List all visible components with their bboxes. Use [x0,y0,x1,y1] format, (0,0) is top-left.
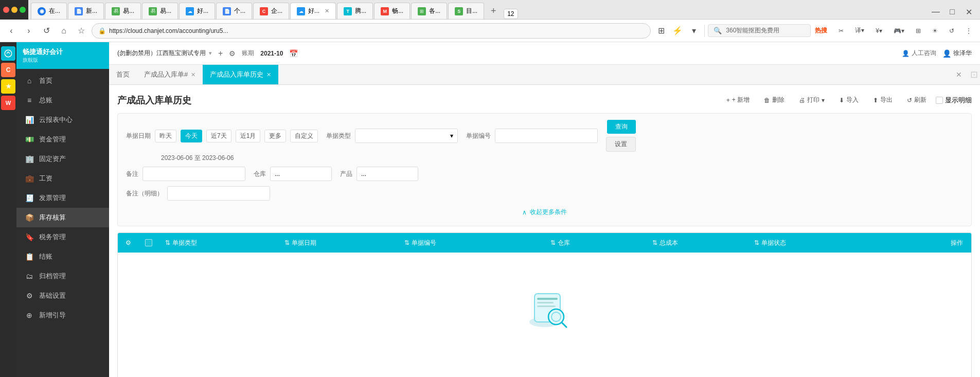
sidebar-item-home[interactable]: ⌂ 首页 [16,71,109,91]
app-icon-4[interactable]: W [1,96,15,110]
url-bar[interactable]: 🔒 https://cloud.chanjet.com/accounting/u… [92,23,651,39]
custom-date-btn[interactable]: 自定义 [290,130,318,142]
export-button[interactable]: ⬆ 导出 [868,93,898,107]
query-button[interactable]: 查询 [607,120,636,134]
add-account-button[interactable]: + [218,49,223,58]
sidebar-item-more[interactable]: ⊕ 新增引导 [16,306,109,325]
bookmark-button[interactable]: ☆ [74,24,88,38]
settings-gear-button[interactable]: ⚙ [229,49,236,58]
th-date[interactable]: ⇅ 单据日期 [278,239,398,247]
collapse-filters-button[interactable]: ∧ 收起更多条件 [126,205,963,220]
app-icon-3[interactable]: ★ [1,79,15,94]
sidebar-item-archive[interactable]: 🗂 归档管理 [16,266,109,286]
filter-settings-button[interactable]: 设置 [606,137,636,152]
th-status[interactable]: ⇅ 单据状态 [748,239,867,247]
show-detail-toggle[interactable]: 显示明细 [936,96,972,105]
breadcrumb-history[interactable]: 产成品入库单历史 ✕ [203,65,278,84]
browser-tab-11[interactable]: ⊞ 各... [411,3,447,19]
forward-button[interactable]: › [22,24,36,38]
breadcrumb-history-close[interactable]: ✕ [266,71,271,78]
app-icon-main[interactable] [1,46,15,61]
browser-tab-2[interactable]: 📄 新... [68,3,104,19]
browser-tab-8-active[interactable]: ☁ 好... ✕ [290,3,336,19]
number-input[interactable] [495,129,598,143]
breadcrumb-home[interactable]: 首页 [109,65,137,84]
more-date-btn[interactable]: 更多 [264,130,286,142]
more-toolbar[interactable]: ⋮ [961,26,976,36]
add-button[interactable]: + + 新增 [721,93,755,107]
today-btn[interactable]: 今天 [181,130,202,142]
lightning-button[interactable]: ⚡ [670,24,685,38]
scissors-toolbar[interactable]: ✂ [834,26,848,36]
th-warehouse[interactable]: ⇅ 仓库 [544,239,646,247]
filter-row-3: 备注（明细） [126,186,963,201]
th-settings[interactable]: ⚙ [118,239,138,246]
delete-button[interactable]: 🗑 删除 [759,93,790,107]
print-button[interactable]: 🖨 打印 ▾ [794,93,830,107]
help-button[interactable]: 👤 人工咨询 [902,49,936,58]
sidebar-item-general-ledger[interactable]: ≡ 总账 [16,91,109,110]
7days-btn[interactable]: 近7天 [206,130,231,142]
home-button[interactable]: ⌂ [57,24,71,38]
detail-remark-input[interactable] [167,186,270,201]
dropdown-button[interactable]: ▾ [687,24,701,38]
sidebar-item-inventory[interactable]: 📦 库存核算 [16,208,109,227]
remark-input[interactable] [142,167,245,181]
maximize-button[interactable]: □ [945,5,959,19]
breadcrumb-home-label: 首页 [116,70,130,79]
sidebar-item-reports[interactable]: 📊 云报表中心 [16,110,109,130]
sidebar-item-payroll[interactable]: 💼 工资 [16,169,109,188]
app-icon-2[interactable]: C [1,63,15,77]
main-content: (勿删勿禁用）江西瓶宝测试专用 ▾ + ⚙ 账期 2021-10 📅 👤 人工咨… [109,42,980,377]
refresh-button[interactable]: ↺ [39,24,54,38]
browser-tab-5[interactable]: ☁ 好... [179,3,215,19]
translate-toolbar[interactable]: 译▾ [851,25,868,37]
game-toolbar[interactable]: 🎮▾ [889,26,908,36]
th-number[interactable]: ⇅ 单据编号 [398,239,545,247]
checkbox-show-detail[interactable] [936,97,943,104]
breadcrumb-list-close[interactable]: ✕ [191,71,195,78]
close-browser-button[interactable]: ✕ [961,5,976,19]
browser-tab-3[interactable]: 易 易... [105,3,141,19]
refresh-btn[interactable]: ↺ 刷新 [902,93,932,107]
yuan-toolbar[interactable]: ¥▾ [871,26,886,36]
extensions-button[interactable]: ⊞ [654,24,668,38]
undo-toolbar[interactable]: ↺ [945,26,958,36]
sidebar-item-settings[interactable]: ⚙ 基础设置 [16,286,109,306]
sidebar-item-invoice[interactable]: 🧾 发票管理 [16,188,109,208]
browser-tab-10[interactable]: M 畅... [374,3,410,19]
expand-panel-button[interactable]: ⊡ [968,65,980,84]
close-panel-button[interactable]: ✕ [950,66,968,83]
account-selector[interactable]: (勿删勿禁用）江西瓶宝测试专用 ▾ [117,49,212,58]
breadcrumb-list[interactable]: 产成品入库单# ✕ [137,65,203,84]
th-type[interactable]: ⇅ 单据类型 [159,239,278,247]
sidebar-item-fixed-assets[interactable]: 🏢 固定资产 [16,149,109,169]
browser-tab-6[interactable]: 📄 个... [216,3,252,19]
tab-count: 12 [504,9,518,19]
yesterday-btn[interactable]: 昨天 [155,130,176,142]
product-select[interactable]: ... [357,167,418,181]
browser-tab-9[interactable]: T 腾... [337,3,373,19]
new-tab-button[interactable]: + [485,3,502,19]
th-cost[interactable]: ⇅ 总成本 [646,239,748,247]
warehouse-select[interactable]: ... [270,167,332,181]
browser-tab-12[interactable]: S 目... [448,3,484,19]
browser-tab-7[interactable]: C 企... [253,3,289,19]
header-checkbox[interactable] [145,239,152,246]
sidebar-item-tax[interactable]: 🔖 税务管理 [16,227,109,247]
th-checkbox[interactable] [138,239,159,246]
hot-search-badge[interactable]: 热搜 [815,26,827,35]
minimize-button[interactable]: — [929,5,943,19]
grid-toolbar[interactable]: ⊞ [912,26,925,36]
sun-toolbar[interactable]: ☀ [928,26,942,36]
1month-btn[interactable]: 近1月 [236,130,261,142]
type-select[interactable]: ▾ [355,129,458,143]
sidebar-item-fund[interactable]: 💵 资金管理 [16,130,109,149]
gear-col-icon: ⚙ [126,239,131,246]
back-button[interactable]: ‹ [4,24,19,38]
browser-tab-1[interactable]: ◉ 在... [31,3,67,19]
tab-close-icon[interactable]: ✕ [325,8,329,14]
import-button[interactable]: ⬇ 导入 [834,93,864,107]
sidebar-item-settlement[interactable]: 📋 结账 [16,247,109,266]
browser-tab-4[interactable]: 易 易... [142,3,178,19]
